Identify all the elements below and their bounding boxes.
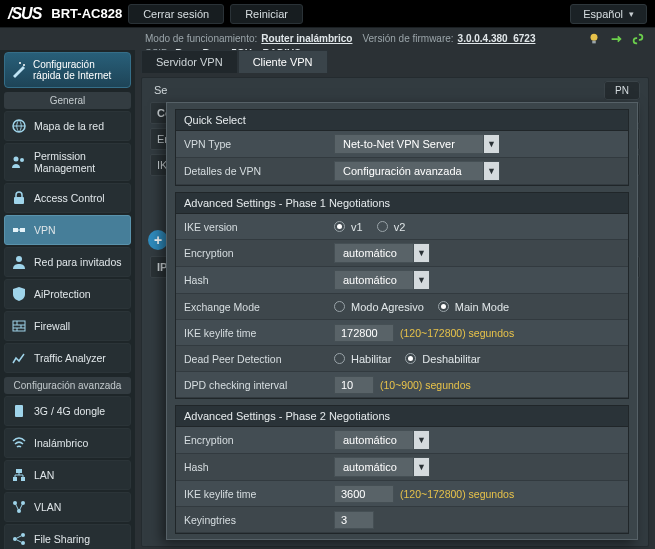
chevron-down-icon[interactable]: ▼ bbox=[414, 430, 430, 450]
chevron-down-icon[interactable]: ▼ bbox=[414, 270, 430, 290]
fw-label: Versión de firmware: bbox=[362, 33, 453, 44]
dpd-interval-input[interactable] bbox=[334, 376, 374, 394]
sidebar-item-wireless[interactable]: Inalámbrico bbox=[4, 428, 131, 458]
quick-setup-label: Configuración rápida de Internet bbox=[33, 59, 124, 81]
chart-icon bbox=[11, 350, 27, 366]
sub-header: Modo de funcionamiento: Router inalámbri… bbox=[0, 28, 655, 48]
svg-rect-11 bbox=[13, 321, 25, 331]
field-label: VPN Type bbox=[184, 138, 334, 150]
sidebar-item-label: File Sharing bbox=[34, 533, 90, 545]
field-label: Detalles de VPN bbox=[184, 165, 334, 177]
chevron-down-icon[interactable]: ▼ bbox=[484, 134, 500, 154]
field-label: Hash bbox=[184, 274, 334, 286]
ike-keylife2-input[interactable] bbox=[334, 485, 394, 503]
status-icons bbox=[587, 32, 645, 44]
vpn-settings-modal: Quick Select VPN Type Net-to-Net VPN Ser… bbox=[166, 102, 638, 540]
group-title: Quick Select bbox=[176, 110, 628, 131]
users-icon bbox=[11, 154, 27, 170]
svg-rect-13 bbox=[16, 469, 22, 473]
vpn-type-select[interactable]: Net-to-Net VPN Server ▼ bbox=[334, 134, 500, 154]
tab-vpn-server[interactable]: Servidor VPN bbox=[141, 50, 238, 73]
field-label: Keyingtries bbox=[184, 514, 334, 526]
radio-label: v1 bbox=[351, 221, 363, 233]
language-select[interactable]: Español bbox=[570, 4, 647, 24]
dpd-disable-radio[interactable] bbox=[405, 353, 416, 364]
quick-select-group: Quick Select VPN Type Net-to-Net VPN Ser… bbox=[175, 109, 629, 186]
add-button[interactable]: + bbox=[148, 230, 168, 250]
sidebar-item-label: Inalámbrico bbox=[34, 437, 88, 449]
sidebar-item-fileshare[interactable]: File Sharing bbox=[4, 524, 131, 549]
chevron-down-icon[interactable]: ▼ bbox=[484, 161, 500, 181]
sidebar-item-label: Traffic Analyzer bbox=[34, 352, 106, 364]
svg-rect-14 bbox=[13, 477, 17, 481]
radio-label: Deshabilitar bbox=[422, 353, 480, 365]
radio-label: v2 bbox=[394, 221, 406, 233]
logout-button[interactable]: Cerrar sesión bbox=[128, 4, 224, 24]
sidebar-item-label: Firewall bbox=[34, 320, 70, 332]
svg-rect-7 bbox=[14, 197, 24, 204]
select-value: automático bbox=[334, 430, 414, 450]
sidebar-item-lan[interactable]: LAN bbox=[4, 460, 131, 490]
link-icon[interactable] bbox=[631, 32, 645, 44]
field-label: IKE keylife time bbox=[184, 327, 334, 339]
mode-main-radio[interactable] bbox=[438, 301, 449, 312]
svg-rect-8 bbox=[13, 228, 18, 232]
section-general: General bbox=[4, 92, 131, 109]
chevron-down-icon[interactable]: ▼ bbox=[414, 457, 430, 477]
lan-icon bbox=[11, 467, 27, 483]
svg-rect-1 bbox=[592, 41, 596, 44]
encryption-select[interactable]: automático▼ bbox=[334, 243, 430, 263]
reboot-button[interactable]: Reiniciar bbox=[230, 4, 303, 24]
sidebar-item-firewall[interactable]: Firewall bbox=[4, 311, 131, 341]
field-label: Exchange Mode bbox=[184, 301, 334, 313]
sidebar-item-network-map[interactable]: Mapa de la red bbox=[4, 111, 131, 141]
sidebar-item-traffic[interactable]: Traffic Analyzer bbox=[4, 343, 131, 373]
sidebar-item-guest[interactable]: Red para invitados bbox=[4, 247, 131, 277]
hash2-select[interactable]: automático▼ bbox=[334, 457, 430, 477]
svg-point-6 bbox=[20, 158, 24, 162]
pn-button[interactable]: PN bbox=[604, 81, 640, 100]
fw-value[interactable]: 3.0.0.4.380_6723 bbox=[458, 33, 536, 44]
field-label: Hash bbox=[184, 461, 334, 473]
sidebar-item-permission[interactable]: Permission Management bbox=[4, 143, 131, 181]
svg-point-10 bbox=[16, 256, 22, 262]
usb-icon[interactable] bbox=[609, 32, 623, 44]
select-value: automático bbox=[334, 457, 414, 477]
sidebar-item-label: Permission Management bbox=[34, 150, 124, 174]
bulb-icon[interactable] bbox=[587, 32, 601, 44]
sidebar-item-vlan[interactable]: VLAN bbox=[4, 492, 131, 522]
ike-v2-radio[interactable] bbox=[377, 221, 388, 232]
chevron-down-icon[interactable]: ▼ bbox=[414, 243, 430, 263]
select-value: automático bbox=[334, 243, 414, 263]
field-label: Encryption bbox=[184, 247, 334, 259]
svg-rect-9 bbox=[20, 228, 25, 232]
wifi-icon bbox=[11, 435, 27, 451]
bg-text: Se bbox=[154, 84, 167, 96]
sidebar-item-vpn[interactable]: VPN bbox=[4, 215, 131, 245]
sidebar-item-label: LAN bbox=[34, 469, 54, 481]
sidebar-item-dongle[interactable]: 3G / 4G dongle bbox=[4, 396, 131, 426]
shield-icon bbox=[11, 286, 27, 302]
ike-keylife-input[interactable] bbox=[334, 324, 394, 342]
vpn-detail-select[interactable]: Configuración avanzada ▼ bbox=[334, 161, 500, 181]
dpd-enable-radio[interactable] bbox=[334, 353, 345, 364]
field-hint: (120~172800) segundos bbox=[400, 327, 514, 339]
keyingtries-input[interactable] bbox=[334, 511, 374, 529]
quick-setup-button[interactable]: Configuración rápida de Internet bbox=[4, 52, 131, 88]
ike-v1-radio[interactable] bbox=[334, 221, 345, 232]
group-title: Advanced Settings - Phase 1 Negotiations bbox=[176, 193, 628, 214]
tab-vpn-client[interactable]: Cliente VPN bbox=[238, 50, 328, 73]
field-label: IKE keylife time bbox=[184, 488, 334, 500]
encryption2-select[interactable]: automático▼ bbox=[334, 430, 430, 450]
hash-select[interactable]: automático▼ bbox=[334, 270, 430, 290]
radio-label: Habilitar bbox=[351, 353, 391, 365]
field-hint: (10~900) segundos bbox=[380, 379, 471, 391]
sidebar-item-access-control[interactable]: Access Control bbox=[4, 183, 131, 213]
svg-point-5 bbox=[14, 157, 19, 162]
sidebar-item-aiprotection[interactable]: AiProtection bbox=[4, 279, 131, 309]
mode-value[interactable]: Router inalámbrico bbox=[261, 33, 352, 44]
lock-icon bbox=[11, 190, 27, 206]
mode-aggressive-radio[interactable] bbox=[334, 301, 345, 312]
dongle-icon bbox=[11, 403, 27, 419]
select-value: Net-to-Net VPN Server bbox=[334, 134, 484, 154]
